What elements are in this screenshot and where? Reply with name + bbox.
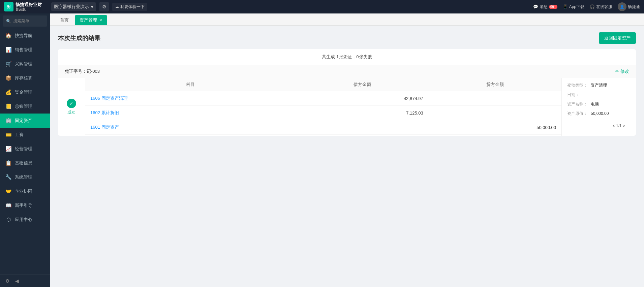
experience-label: 我要体验一下 (120, 4, 145, 10)
voucher-body: ✓ 成功 科目 借方金额 贷方金额 (58, 78, 636, 136)
sidebar-label-fixed-assets: 固定资产 (15, 118, 32, 124)
asset-value-value: 50,000.00 (591, 110, 609, 117)
sidebar-item-quick-nav[interactable]: 🏠 快捷导航 (0, 29, 50, 43)
sidebar-label-salary: 工资 (15, 132, 24, 138)
summary-bar: 共生成 1张凭证，0张失败 (58, 49, 636, 65)
summary-text: 共生成 1张凭证，0张失败 (322, 54, 372, 59)
change-type-label: 变动类型： (567, 82, 591, 88)
voucher-no-value: 记-003 (87, 69, 100, 74)
voucher-table: 科目 借方金额 贷方金额 1606 固定资产清理 42,874.97 (85, 78, 561, 135)
tab-home[interactable]: 首页 (55, 15, 73, 25)
status-cell: ✓ 成功 (58, 78, 85, 136)
app-name: 畅捷通好业财 (16, 2, 42, 7)
row1-credit (429, 91, 561, 106)
operations-icon: 📈 (5, 146, 11, 152)
user-name: 畅捷通 (628, 4, 640, 10)
sidebar-label-purchase: 采购管理 (15, 61, 32, 67)
system-icon: 🔧 (5, 174, 11, 180)
tab-home-label: 首页 (60, 17, 69, 23)
avatar: 👤 (618, 2, 626, 11)
info-row-date: 日期： (567, 92, 631, 98)
edit-button[interactable]: ✏ 修改 (615, 68, 629, 74)
row3-subject: 1601 固定资产 (85, 120, 296, 135)
voucher-section: 凭证字号：记-003 ✏ 修改 ✓ 成功 (58, 65, 636, 136)
sidebar-settings-icon[interactable]: ⚙ (5, 278, 10, 284)
voucher-header: 凭证字号：记-003 ✏ 修改 (58, 65, 636, 78)
page-content: 本次生成的结果 返回固定资产 共生成 1张凭证，0张失败 凭证字号：记-003 … (50, 26, 644, 287)
row2-credit (429, 106, 561, 120)
messages-badge: 99+ (549, 5, 557, 9)
page-header: 本次生成的结果 返回固定资产 (58, 32, 636, 44)
sidebar-item-basic-info[interactable]: 📋 基础信息 (0, 156, 50, 170)
online-service-button[interactable]: 🎧 在线客服 (590, 4, 612, 10)
info-panel: 变动类型： 资产清理 日期： 资产名称： 电脑 (562, 78, 636, 136)
search-menu[interactable]: 🔍 搜索菜单 (3, 15, 47, 27)
page-title: 本次生成的结果 (58, 34, 100, 42)
messages-button[interactable]: 💬 消息 99+ (533, 4, 557, 10)
sidebar-item-guide[interactable]: 📖 新手引导 (0, 198, 50, 213)
sidebar-label-inventory: 库存核算 (15, 75, 32, 81)
tab-asset-label: 资产管理 (80, 17, 97, 23)
sidebar-item-sales[interactable]: 📊 销售管理 (0, 43, 50, 57)
success-icon: ✓ (67, 99, 76, 108)
asset-value-label: 资产原值： (567, 110, 591, 117)
sidebar-label-sales: 销售管理 (15, 47, 32, 53)
ledger-icon: 📒 (5, 103, 11, 109)
asset-name-label: 资产名称： (567, 101, 591, 107)
app-download-label: App下载 (569, 4, 584, 10)
sidebar-collapse-icon[interactable]: ◀ (15, 278, 19, 284)
sidebar-item-operations[interactable]: 📈 经营管理 (0, 142, 50, 156)
sidebar-item-ledger[interactable]: 📒 总账管理 (0, 99, 50, 114)
sidebar-label-guide: 新手引导 (15, 202, 32, 209)
message-icon: 💬 (533, 4, 538, 9)
row1-subject: 1606 固定资产清理 (85, 91, 296, 106)
row3-debit (296, 120, 429, 135)
app-download-button[interactable]: 📱 App下载 (563, 4, 584, 10)
sidebar-item-finance[interactable]: 💰 资金管理 (0, 85, 50, 99)
edition-label: 普及版 (16, 7, 42, 11)
table-section: 科目 借方金额 贷方金额 1606 固定资产清理 42,874.97 (85, 78, 562, 136)
return-button[interactable]: 返回固定资产 (599, 32, 636, 44)
voucher-no: 凭证字号：记-003 (65, 68, 100, 74)
user-area[interactable]: 👤 畅捷通 (618, 2, 640, 11)
sidebar-label-operations: 经营管理 (15, 146, 32, 152)
sidebar: 🔍 搜索菜单 🏠 快捷导航 📊 销售管理 🛒 采购管理 📦 库存核算 💰 资金管… (0, 13, 50, 287)
sidebar-item-fixed-assets[interactable]: 🏢 固定资产 (0, 114, 50, 128)
tab-close-icon[interactable]: ✕ (99, 18, 102, 23)
sidebar-item-system[interactable]: 🔧 系统管理 (0, 170, 50, 184)
sidebar-item-app-center[interactable]: ⬡ 应用中心 (0, 213, 50, 227)
sidebar-item-salary[interactable]: 💳 工资 (0, 128, 50, 142)
company-name: 医疗器械行业演示 (54, 4, 89, 10)
home-icon: 🏠 (5, 33, 11, 39)
guide-icon: 📖 (5, 202, 11, 209)
search-label: 搜索菜单 (13, 18, 29, 24)
sidebar-item-purchase[interactable]: 🛒 采购管理 (0, 57, 50, 71)
col-debit: 借方金额 (296, 78, 429, 91)
pagination[interactable]: < 1/1 > (567, 120, 631, 132)
experience-button[interactable]: ☁ 我要体验一下 (112, 3, 147, 11)
row3-credit: 50,000.00 (429, 120, 561, 135)
logo-area: 财 畅捷通好业财 普及版 (4, 2, 48, 11)
salary-icon: 💳 (5, 132, 11, 138)
inventory-icon: 📦 (5, 75, 11, 81)
voucher-no-label: 凭证字号： (65, 69, 87, 74)
table-row: 1606 固定资产清理 42,874.97 (85, 91, 561, 106)
sidebar-label-cooperation: 企业协同 (15, 188, 32, 194)
cooperation-icon: 🤝 (5, 188, 11, 194)
content-area: 首页 资产管理 ✕ 本次生成的结果 返回固定资产 共生成 1张凭证，0张失败 (50, 13, 644, 287)
sidebar-item-cooperation[interactable]: 🤝 企业协同 (0, 184, 50, 198)
sidebar-label-quick-nav: 快捷导航 (15, 33, 32, 39)
row2-subject: 1602 累计折旧 (85, 106, 296, 120)
headset-icon: 🎧 (590, 4, 595, 9)
tab-asset-manage[interactable]: 资产管理 ✕ (75, 15, 107, 25)
sidebar-item-inventory[interactable]: 📦 库存核算 (0, 71, 50, 85)
sidebar-label-ledger: 总账管理 (15, 103, 32, 109)
date-label: 日期： (567, 92, 591, 98)
logo-icon: 财 (4, 2, 13, 11)
app-center-icon: ⬡ (5, 217, 11, 223)
company-selector[interactable]: 医疗器械行业演示 ▾ (51, 2, 96, 11)
row1-debit: 42,874.97 (296, 91, 429, 106)
dropdown-icon: ▾ (91, 4, 93, 9)
settings-button[interactable]: ⚙ (99, 2, 109, 11)
table-row: 1601 固定资产 50,000.00 (85, 120, 561, 135)
